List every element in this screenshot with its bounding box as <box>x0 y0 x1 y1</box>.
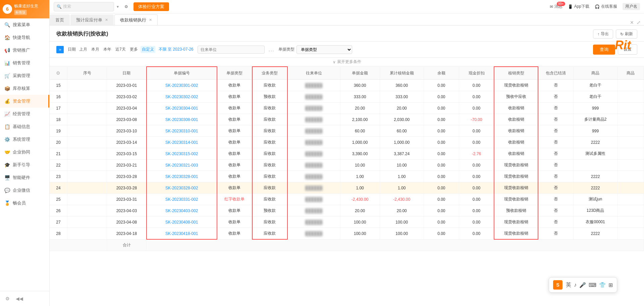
table-cell[interactable]: SK-20230328-001 <box>147 171 217 182</box>
sidebar-item-search[interactable]: 🔍 搜索菜单 <box>0 18 49 31</box>
table-cell[interactable]: SK-20230301-002 <box>147 80 217 91</box>
ime-music-icon[interactable]: ♪ <box>574 282 577 288</box>
table-cell[interactable]: SK-20230328-002 <box>147 182 217 194</box>
sidebar-item-newguide[interactable]: 🎓 新手引导 <box>0 159 49 171</box>
ime-shirt-icon[interactable]: 👕 <box>599 282 606 288</box>
refresh-button[interactable]: ↻ 刷新 <box>616 29 637 39</box>
customer-service-button[interactable]: 🎧 在线客服 <box>595 4 617 9</box>
sidebar-item-quicknav[interactable]: 🏠 快捷导航 <box>0 31 49 44</box>
ime-text-icon[interactable]: 英 <box>566 282 571 289</box>
table-cell <box>618 171 644 182</box>
sidebar-item-purchase[interactable]: 🛒 采购管理 <box>0 69 49 82</box>
sidebar-item-basic[interactable]: 📋 基础信息 <box>0 120 49 133</box>
doc-sn-link[interactable]: SK-20230308-001 <box>165 117 198 122</box>
sidebar-item-corp[interactable]: 🤝 企业协同 <box>0 146 49 159</box>
collapse-button[interactable]: ◀◀ <box>15 294 24 303</box>
sidebar-item-finance[interactable]: 💰 资金管理 <box>0 95 49 108</box>
doc-sn-link[interactable]: SK-20230301-002 <box>165 83 198 88</box>
table-cell: 测试jun <box>573 194 617 205</box>
doc-sn-link[interactable]: SK-20230403-002 <box>165 208 198 213</box>
table-cell: 预收款核销 <box>494 205 538 217</box>
doc-sn-link[interactable]: SK-20230314-001 <box>165 140 198 145</box>
topbar-gear-button[interactable]: ⚙ <box>121 2 131 11</box>
table-row: 152023-03-01SK-20230301-002收款单应收款██████3… <box>50 80 644 91</box>
doc-sn-link[interactable]: SK-20230304-001 <box>165 106 198 111</box>
table-cell: ██████ <box>287 125 340 137</box>
table-row: 232023-03-28SK-20230328-001收款单应收款██████1… <box>50 171 644 182</box>
table-cell: 红字收款单 <box>217 194 252 205</box>
date-last-month[interactable]: 上月 <box>78 46 89 53</box>
sidebar-item-sales[interactable]: 📊 销售管理 <box>0 57 49 69</box>
tab-writeoff[interactable]: 收款核销执行 ✕ <box>114 14 158 25</box>
doc-sn-link[interactable]: SK-20230408-001 <box>165 220 198 225</box>
doc-sn-link[interactable]: SK-20230328-002 <box>165 186 198 190</box>
query-button[interactable]: 查询 <box>593 45 615 55</box>
sidebar-item-inventory[interactable]: 📦 库存核算 <box>0 82 49 95</box>
table-cell[interactable]: SK-20230308-001 <box>147 114 217 125</box>
sidebar-item-operations[interactable]: 📈 经营管理 <box>0 108 49 120</box>
date-this-year[interactable]: 本年 <box>102 46 113 53</box>
table-cell[interactable]: SK-20230315-002 <box>147 148 217 160</box>
sidebar-label-finance: 资金管理 <box>13 98 30 104</box>
sidebar-item-system[interactable]: ⚙️ 系统管理 <box>0 133 49 146</box>
doc-sn-link[interactable]: SK-20230418-001 <box>165 231 198 236</box>
doctype-select[interactable]: 单据类型 <box>297 45 352 54</box>
table-cell[interactable]: SK-20230314-001 <box>147 137 217 148</box>
topbar-dropdown-arrow[interactable]: ▾ <box>117 4 119 9</box>
date-preset-buttons: 上月 本月 本年 近7天 更多 自定义 <box>78 46 155 53</box>
doc-sn-link[interactable]: SK-20230328-001 <box>165 174 198 179</box>
tab-close-action[interactable]: ✕ <box>630 20 634 25</box>
table-cell: 28 <box>50 228 67 240</box>
settings-button[interactable]: ⚙ <box>3 294 12 303</box>
sidebar-item-marketing[interactable]: 📢 营销推广 <box>0 44 49 57</box>
tab-expand-action[interactable]: ⤢ <box>637 20 641 25</box>
tab-payable-close[interactable]: ✕ <box>105 18 108 22</box>
date-more[interactable]: 更多 <box>128 46 139 53</box>
tab-writeoff-close[interactable]: ✕ <box>149 18 152 22</box>
topbar: 🔍 搜索 ▾ ⚙ 体验行业方案 ✉ 消息 99+ 📱 App下载 🎧 在线客服 … <box>50 0 644 13</box>
table-cell[interactable]: SK-20230310-001 <box>147 125 217 137</box>
topbar-search-box[interactable]: 🔍 搜索 <box>54 2 114 11</box>
table-cell <box>67 80 107 91</box>
tab-payable[interactable]: 预计应应付单 ✕ <box>70 14 114 25</box>
table-cell[interactable]: SK-20230321-003 <box>147 160 217 171</box>
ime-grid-icon[interactable]: ⊞ <box>608 282 613 288</box>
th-settings[interactable]: ⚙ <box>50 67 67 80</box>
sidebar-item-member[interactable]: 🏅 畅会员 <box>0 197 49 209</box>
sidebar-item-hardware[interactable]: 🖥️ 智能硬件 <box>0 171 49 184</box>
table-cell[interactable]: SK-20230331-002 <box>147 194 217 205</box>
table-cell[interactable]: SK-20230403-002 <box>147 205 217 217</box>
tab-home[interactable]: 首页 <box>50 14 70 25</box>
doc-sn-link[interactable]: SK-20230310-001 <box>165 129 198 133</box>
expand-more-button[interactable]: ∨ 展开更多条件 <box>333 59 361 65</box>
ime-mic-icon[interactable]: 🎤 <box>579 282 586 288</box>
doc-sn-link[interactable]: SK-20230331-002 <box>165 197 198 202</box>
table-cell[interactable]: SK-20230418-001 <box>147 228 217 240</box>
table-cell: 收款单 <box>217 228 252 240</box>
table-cell: 收款单 <box>217 125 252 137</box>
sidebar-item-wechat[interactable]: 💬 企业微信 <box>0 184 49 197</box>
table-cell: 26 <box>50 205 67 217</box>
export-button[interactable]: ↑ 导出 <box>593 29 613 39</box>
date-this-month[interactable]: 本月 <box>90 46 101 53</box>
table-cell[interactable]: SK-20230302-002 <box>147 91 217 103</box>
partner-input[interactable] <box>198 46 265 54</box>
table-cell: 360.00 <box>340 80 380 91</box>
table-cell[interactable]: SK-20230304-001 <box>147 103 217 114</box>
filter-partner-group <box>198 46 265 54</box>
ime-keyboard-icon[interactable]: ⌨ <box>589 282 596 288</box>
user-account[interactable]: 用户名 <box>623 3 640 10</box>
table-cell[interactable]: SK-20230408-001 <box>147 217 217 228</box>
app-download-button[interactable]: 📱 App下载 <box>568 4 589 9</box>
date-custom-button[interactable]: 自定义 <box>141 46 155 53</box>
table-cell <box>67 148 107 160</box>
doc-sn-link[interactable]: SK-20230321-003 <box>165 163 198 168</box>
date-last-7-days[interactable]: 近7天 <box>114 46 127 53</box>
table-cell <box>67 217 107 228</box>
table-cell: 收款单 <box>217 80 252 91</box>
message-button[interactable]: ✉ 消息 99+ <box>550 4 562 9</box>
solution-button[interactable]: 体验行业方案 <box>133 2 169 11</box>
filter-toggle-button[interactable]: » <box>56 46 64 53</box>
doc-sn-link[interactable]: SK-20230315-002 <box>165 151 198 156</box>
doc-sn-link[interactable]: SK-20230302-002 <box>165 95 198 99</box>
